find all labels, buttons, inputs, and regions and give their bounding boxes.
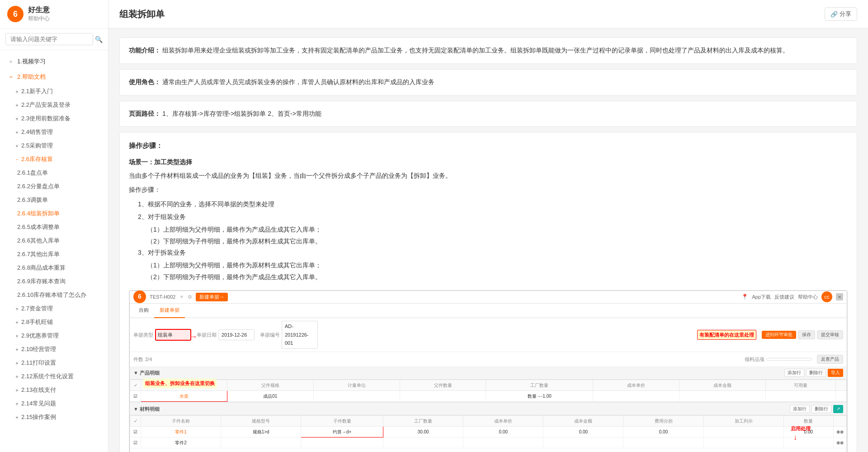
nav-item-assembly[interactable]: 2.6.4组装拆卸单 [0, 207, 108, 220]
logo-icon: 6 [7, 6, 24, 22]
lcol-qty: 子件数量 [301, 416, 383, 427]
plus-icon: ＋ [14, 88, 19, 95]
nav-group-docs-title[interactable]: － 2.帮助文档 [0, 69, 108, 85]
nav-item-ledger-fix[interactable]: 2.6.10库存账本错了怎么办 [0, 288, 108, 302]
nav-item-payment[interactable]: ＋ 2.13在线支付 [0, 383, 108, 397]
lcol-cost-price: 成本单价 [463, 416, 543, 427]
bill-type-label: 单据类型 [133, 331, 153, 339]
expand-icon: ＋ [7, 58, 14, 65]
nav-item-ops[interactable]: ＋ 2.10经营管理 [0, 343, 108, 356]
plus-icon-9: ＋ [14, 333, 19, 339]
col-cost-price: 成本单价 [593, 380, 679, 390]
nav-item-cost-recalc[interactable]: 2.6.8商品成本重算 [0, 261, 108, 275]
lower-export-btn[interactable]: ↗ [833, 405, 843, 413]
nav-item-ops-label: 2.10经营管理 [21, 345, 56, 353]
process-btn[interactable]: 进到环节审批 [762, 331, 796, 339]
nav-item-inventory[interactable]: － 2.6库存核算 [0, 152, 108, 166]
minus-icon-6: － [14, 156, 19, 163]
plus-icon-14: ＋ [14, 400, 19, 407]
screenshot-form-area: 单据类型 组装单 单据日期 2019-12-26 单据编号 AD-2019122… [130, 318, 847, 352]
nav-item-sales-label: 2.4销售管理 [21, 128, 53, 136]
nav-item-cost-adj[interactable]: 2.6.5成本调整单 [0, 220, 108, 234]
lower-row-3 [130, 448, 847, 452]
nav-item-cases-label: 2.15操作案例 [21, 413, 56, 421]
lcell-cost-amount-2 [543, 438, 623, 448]
lcell-factory-1: 30.00 [383, 427, 463, 438]
date-input[interactable]: 2019-12-26 [218, 329, 255, 341]
plus-icon-2: ＋ [14, 102, 19, 109]
lcell-count-2 [783, 438, 833, 448]
form-bill-type: 单据类型 组装单 [133, 329, 191, 341]
step3-sub2: （2）下部明细为子件明细，最终作为产成品生成其它入库单。 [147, 272, 848, 283]
screenshot-tab-new[interactable]: 新建单据 [154, 303, 185, 318]
lcell-spec-1: 规格1>d [221, 427, 301, 438]
nav-item-dataprep[interactable]: ＋ 2.3使用前数据准备 [0, 112, 108, 125]
nav-item-purchase[interactable]: ＋ 2.5采购管理 [0, 139, 108, 152]
lcell-empty-3 [130, 448, 847, 452]
cell-avail [766, 390, 836, 401]
col-action [836, 380, 847, 390]
nav-item-mobile[interactable]: ＋ 2.8手机旺铺 [0, 315, 108, 329]
plus-icon-10: ＋ [14, 346, 19, 353]
screenshot-logo: 6 [133, 290, 146, 303]
nav-item-sales[interactable]: ＋ 2.4销售管理 [0, 125, 108, 139]
plus-icon-13: ＋ [14, 387, 19, 394]
main-content: 功能介绍： 组装拆卸单用来处理企业组装或拆卸等加工业务，支持有固定装配清单的产品… [108, 29, 868, 452]
screenshot-close-btn[interactable]: ✕ [836, 293, 843, 300]
nav-group-video-title[interactable]: ＋ 1.视频学习 [0, 54, 108, 69]
lcell-factory-2 [383, 438, 463, 448]
cell-parent-spec: 成品01 [227, 390, 313, 401]
lcell-check-2: ☑ [130, 438, 141, 448]
bill-type-select[interactable]: 组装单 [155, 329, 191, 341]
nav-item-faq[interactable]: ＋ 2.14常见问题 [0, 397, 108, 410]
search-input[interactable] [5, 33, 93, 45]
nav-item-purchase-label: 2.5采购管理 [21, 142, 53, 150]
cell-qty [400, 390, 486, 401]
nav-item-finance[interactable]: ＋ 2.7资金管理 [0, 302, 108, 315]
nav-item-other-in[interactable]: 2.6.6其他入库单 [0, 234, 108, 247]
lower-section-header: ▼ 材料明细 添加行 删除行 ↗ [130, 403, 847, 416]
form-org: 件数 2/4 [133, 355, 152, 364]
submit-btn[interactable]: 提交审核 [817, 330, 843, 339]
add-row-btn[interactable]: 添加行 [784, 369, 804, 377]
lcell-action-2: ⊕⊗ [834, 438, 847, 448]
lower-section-label: ▼ 材料明细 [133, 405, 160, 414]
cell-cost-price [593, 390, 679, 401]
import-btn[interactable]: 导入 [828, 369, 843, 377]
nav-item-dataprep-label: 2.3使用前数据准备 [21, 114, 71, 123]
nav-item-transfer[interactable]: 2.6.3调拨单 [0, 193, 108, 207]
bill-no-label: 单据编号 [260, 331, 280, 339]
logo-subtitle: 帮助中心 [28, 15, 50, 23]
nav-item-install[interactable]: ＋ 2.2产品安装及登录 [0, 98, 108, 112]
lcol-check: ✓ [130, 416, 141, 427]
page-title: 组装拆卸单 [119, 8, 165, 20]
scenario1-title: 场景一：加工类型选择 [129, 157, 848, 168]
bill-no-input[interactable]: AD-20191226-001 [282, 321, 318, 349]
batch-input[interactable] [766, 358, 811, 361]
del-row-btn[interactable]: 删除行 [806, 369, 826, 377]
share-button[interactable]: 🔗 分享 [825, 7, 857, 21]
nav-item-payment-label: 2.13在线支付 [21, 386, 56, 394]
col-unit: 计量单位 [313, 380, 400, 390]
nav-item-other-out[interactable]: 2.6.7其他出库单 [0, 247, 108, 261]
lower-del-btn[interactable]: 删除行 [811, 405, 831, 413]
nav-item-personalize[interactable]: ＋ 2.12系统个性化设置 [0, 370, 108, 383]
main-area: 组装拆卸单 🔗 分享 功能介绍： 组装拆卸单用来处理企业组装或拆卸等加工业务，支… [108, 0, 868, 452]
lcell-cost-amount-1: 0.00 [543, 427, 623, 438]
lower-add-btn[interactable]: 添加行 [790, 405, 810, 413]
search-button[interactable]: 🔍 [95, 36, 103, 43]
nav-item-stocktake[interactable]: 2.6.1盘点单 [0, 166, 108, 180]
nav-item-newbie[interactable]: ＋ 2.1新手入门 [0, 85, 108, 98]
nav-item-cases[interactable]: ＋ 2.15操作案例 [0, 410, 108, 424]
screenshot-tab-zigou[interactable]: 自购 [133, 303, 154, 318]
lcell-action-1: ⊕⊗ [834, 427, 847, 438]
nav-item-coupon[interactable]: ＋ 2.9优惠券管理 [0, 329, 108, 343]
nav-item-partial-stocktake[interactable]: 2.6.2分量盘点单 [0, 180, 108, 193]
form-bill-no: 单据编号 AD-20191226-001 [260, 321, 318, 349]
batch-confirm-btn[interactable]: 反查产品 [817, 355, 843, 364]
save-btn[interactable]: 保存 [798, 330, 815, 339]
nav-item-ledger-query[interactable]: 2.6.9库存账本查询 [0, 275, 108, 288]
nav-item-print[interactable]: ＋ 2.11打印设置 [0, 356, 108, 370]
screenshot-new-bill-btn[interactable]: 新建单据→ [196, 293, 228, 301]
nav-item-install-label: 2.2产品安装及登录 [21, 101, 71, 109]
